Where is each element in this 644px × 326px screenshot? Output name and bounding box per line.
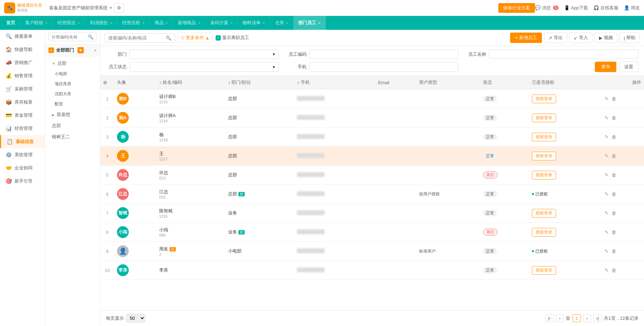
app-download-button[interactable]: 📱 App下载: [564, 5, 588, 11]
sidebar-item-guide[interactable]: 🎯 新手引导: [0, 175, 45, 188]
per-page-select[interactable]: 50 100: [126, 314, 145, 323]
dept-edit-button[interactable]: ✎: [78, 47, 84, 53]
dept-sub-item-shenyang[interactable]: 沈阳大库: [45, 89, 100, 99]
sidebar-item-purchase[interactable]: 🛒 采购管理: [0, 82, 45, 96]
collapse-button[interactable]: «: [94, 48, 97, 53]
dept-all-item[interactable]: ≡ 全部部门 ✎ «: [45, 44, 100, 56]
emp-code-input[interactable]: [313, 52, 455, 57]
auth-button[interactable]: 授权登录: [532, 133, 556, 141]
view-button[interactable]: ▶ 视频: [595, 33, 617, 43]
nav-tab-profit[interactable]: 利润报告 ×: [85, 16, 117, 30]
edit-icon[interactable]: ✎: [605, 134, 609, 140]
help-button[interactable]: | 帮助: [619, 33, 640, 43]
first-page-button[interactable]: |‹: [545, 314, 554, 322]
reset-button[interactable]: 设置: [619, 62, 638, 72]
nav-tab-barcode[interactable]: 条码方案 ×: [206, 16, 238, 30]
sidebar-item-sales[interactable]: 💰 销售管理: [0, 69, 45, 82]
online-service-button[interactable]: 🎧 在线客服: [593, 5, 618, 11]
sidebar-item-collab[interactable]: 🤝 企业协同: [0, 161, 45, 175]
auth-button[interactable]: 授权登录: [532, 95, 556, 103]
auth-button[interactable]: 授权登录: [532, 114, 556, 122]
add-employee-button[interactable]: + 新增员工: [510, 33, 542, 43]
dept-search-input[interactable]: [52, 35, 87, 39]
current-page[interactable]: 1: [572, 314, 581, 322]
delete-icon[interactable]: 🗑: [611, 134, 616, 140]
nav-tab-operation[interactable]: 经营情况 ×: [53, 16, 85, 30]
sidebar-item-marketing[interactable]: 📣 营销推广: [0, 56, 45, 69]
query-button[interactable]: 查询: [595, 62, 616, 72]
sidebar-item-search[interactable]: 🔍 搜索菜单: [0, 30, 45, 43]
status-select[interactable]: ▾: [129, 62, 279, 72]
prev-page-button[interactable]: ‹: [556, 314, 564, 322]
edit-icon[interactable]: ✎: [605, 248, 609, 254]
auth-button[interactable]: 授权登录: [532, 209, 556, 218]
message-button[interactable]: 💬 消息 5: [535, 5, 559, 11]
delete-icon[interactable]: 🗑: [611, 267, 616, 273]
nav-tab-warehouse[interactable]: 仓库 ×: [270, 16, 293, 30]
user-button[interactable]: 👤 用友: [624, 5, 640, 11]
nav-tab-bom[interactable]: 物料清单 ×: [238, 16, 270, 30]
col-phone[interactable]: ↕ 手机: [294, 76, 375, 89]
col-settings[interactable]: ⚙: [100, 76, 114, 89]
edit-icon[interactable]: ✎: [605, 229, 609, 235]
export-button[interactable]: ↗ 导出: [544, 33, 567, 43]
sidebar-item-quicknav[interactable]: 🏠 快捷导航: [0, 43, 45, 56]
auth-button[interactable]: 授权登录: [532, 266, 556, 275]
emp-name-input[interactable]: [493, 52, 635, 57]
sidebar-item-inventory[interactable]: 📦 库存核算: [0, 96, 45, 109]
edit-icon[interactable]: ✎: [605, 210, 609, 216]
nav-tab-customer[interactable]: 客户联络 ×: [20, 16, 53, 30]
col-name[interactable]: ↕ 姓名/编码: [156, 76, 225, 89]
nav-tab-home[interactable]: 首页: [1, 16, 20, 30]
dept-item-shuangzuo[interactable]: ▶ 双座想: [45, 109, 100, 120]
show-resigned-toggle[interactable]: ✓ 显示离职员工: [216, 35, 249, 41]
last-page-button[interactable]: ›|: [593, 314, 602, 322]
sidebar-item-business[interactable]: 📊 经营管理: [0, 122, 45, 135]
edit-icon[interactable]: ✎: [605, 267, 609, 273]
row-op: ✎ 🗑: [602, 127, 644, 147]
delete-icon[interactable]: 🗑: [611, 96, 616, 102]
search-box[interactable]: 🔍: [105, 33, 175, 43]
dept-item-zongbu2[interactable]: 总部: [45, 120, 100, 131]
next-page-button[interactable]: ›: [583, 314, 591, 322]
edit-icon[interactable]: ✎: [605, 172, 609, 178]
delete-icon[interactable]: 🗑: [611, 191, 616, 197]
row-phone: [294, 166, 375, 185]
nav-tab-goods[interactable]: 商品 ×: [150, 16, 173, 30]
dept-sub-item-xiaodian[interactable]: 小电部: [45, 69, 100, 79]
more-filter-button[interactable]: ▽ 更多条件 ▲: [178, 33, 213, 43]
delete-icon[interactable]: 🗑: [611, 115, 616, 121]
edit-icon[interactable]: ✎: [605, 153, 609, 159]
delete-icon[interactable]: 🗑: [611, 248, 616, 254]
edit-icon[interactable]: ✎: [605, 191, 609, 197]
phone-input[interactable]: [313, 64, 455, 70]
dept-sub-item-peihuo[interactable]: 配货: [45, 99, 100, 109]
sidebar-item-finance[interactable]: 💳 资金管理: [0, 109, 45, 122]
nav-tab-department[interactable]: 部门员工 ×: [293, 16, 326, 30]
dept-item-zhishu[interactable]: 植树王二: [45, 131, 100, 142]
delete-icon[interactable]: 🗑: [611, 229, 616, 235]
sidebar-item-system[interactable]: ⚙️ 系统管理: [0, 148, 45, 161]
nav-tab-history[interactable]: 经营历程 ×: [117, 16, 149, 30]
delete-icon[interactable]: 🗑: [611, 172, 616, 178]
search-input[interactable]: [108, 35, 164, 41]
edit-icon[interactable]: ✎: [605, 115, 609, 121]
auth-button[interactable]: 授权登录: [532, 171, 556, 179]
gear-button[interactable]: ⚙: [114, 3, 124, 13]
dept-search-box[interactable]: 🔍: [48, 33, 97, 41]
delete-icon[interactable]: 🗑: [611, 153, 616, 159]
dropdown-icon[interactable]: ▾: [110, 5, 112, 10]
edit-icon[interactable]: ✎: [605, 96, 609, 102]
nav-tab-new-goods[interactable]: 新增商品 ×: [173, 16, 205, 30]
dept-item-zongbu[interactable]: ▼ 总部: [45, 58, 100, 69]
page-label: 首: [566, 315, 570, 321]
auth-button[interactable]: 授权登录: [532, 152, 556, 160]
dept-sub-item-project[interactable]: 项目库房: [45, 79, 100, 89]
delete-icon[interactable]: 🗑: [611, 210, 616, 216]
sidebar-item-basic[interactable]: 📋 基础信息: [0, 135, 45, 148]
trial-button[interactable]: 体验行业方案: [498, 3, 535, 13]
auth-button[interactable]: 授权登录: [532, 228, 556, 237]
import-button[interactable]: ↙ 导入: [569, 33, 592, 43]
col-dept[interactable]: ↕ 部门/职位: [225, 76, 294, 89]
dept-select[interactable]: ▾: [129, 50, 279, 59]
